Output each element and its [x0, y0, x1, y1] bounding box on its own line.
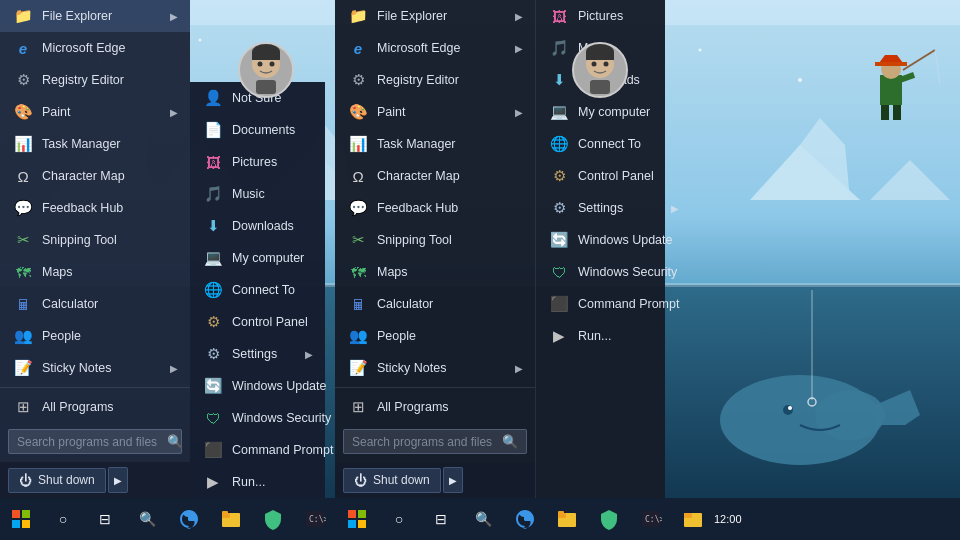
menu-item[interactable]: ✂ Snipping Tool	[0, 224, 190, 256]
task-label: Task Manager	[42, 137, 121, 151]
menu-item[interactable]: 🖼 Pictures	[536, 0, 691, 32]
menu-item[interactable]: 🖩 Calculator	[335, 288, 535, 320]
svg-point-17	[798, 78, 802, 82]
svg-point-23	[783, 405, 793, 415]
search-taskbar-button[interactable]: 🔍	[126, 498, 168, 540]
svg-rect-74	[684, 513, 692, 518]
menu-item[interactable]: ⚙ Settings ▶	[536, 192, 691, 224]
search-input-left[interactable]	[17, 435, 167, 449]
menu-item[interactable]: ▶ Run...	[190, 466, 325, 498]
menu-item[interactable]: 🛡 Windows Security	[536, 256, 691, 288]
svg-rect-66	[348, 520, 356, 528]
menu-item[interactable]: Ω Character Map	[0, 160, 190, 192]
cortana-button-2[interactable]: ○	[378, 498, 420, 540]
start-button-2[interactable]	[336, 498, 378, 540]
start-button[interactable]	[0, 498, 42, 540]
menu-item[interactable]: 📝 Sticky Notes ▶	[0, 352, 190, 384]
cmd-label-r: Command Prompt	[578, 297, 679, 311]
all-programs-item[interactable]: ⊞ All Programs	[0, 391, 190, 423]
separator	[335, 387, 535, 388]
run-label-r: Run...	[578, 329, 611, 343]
taskbar-cmd-icon[interactable]: C:\>	[294, 498, 336, 540]
taskbar-edge-icon-2[interactable]	[504, 498, 546, 540]
taskbar: ○ ⊟ 🔍 C:\>	[0, 498, 960, 540]
menu-item[interactable]: 🗺 Maps	[0, 256, 190, 288]
calc-icon: 🖩	[12, 293, 34, 315]
menu-item[interactable]: 📁 File Explorer ▶	[335, 0, 535, 32]
pics-label: Pictures	[232, 155, 277, 169]
desktop: Not Sure ✉ Mail 41 🖼 Photos ▶ 📁 File Exp…	[0, 0, 960, 540]
taskbar-edge-icon[interactable]	[168, 498, 210, 540]
shutdown-arrow-right[interactable]: ▶	[443, 467, 463, 493]
shutdown-label-right: Shut down	[373, 473, 430, 487]
menu-item[interactable]: 💬 Feedback Hub	[0, 192, 190, 224]
menu-item[interactable]: 🔄 Windows Update	[536, 224, 691, 256]
menu-item[interactable]: Ω Character Map	[335, 160, 535, 192]
menu-item[interactable]: ✂ Snipping Tool	[335, 224, 535, 256]
menu-item[interactable]: 🔄 Windows Update	[190, 370, 325, 402]
menu-item[interactable]: 📝 Sticky Notes ▶	[335, 352, 535, 384]
menu-item[interactable]: e Microsoft Edge ▶	[335, 32, 535, 64]
task-view-button[interactable]: ⊟	[84, 498, 126, 540]
cortana-button[interactable]: ○	[42, 498, 84, 540]
taskbar-security-icon[interactable]	[252, 498, 294, 540]
svg-rect-33	[881, 105, 889, 120]
shutdown-arrow-left[interactable]: ▶	[108, 467, 128, 493]
search-icon: 🔍	[167, 434, 183, 449]
menu-item[interactable]: ⚙ Control Panel	[190, 306, 325, 338]
notsure-icon: 👤	[202, 87, 224, 109]
task-view-button-2[interactable]: ⊟	[420, 498, 462, 540]
svg-point-47	[592, 62, 597, 67]
search-bar-left[interactable]: 🔍	[8, 429, 182, 454]
taskbar-explorer-icon-2[interactable]	[546, 498, 588, 540]
menu-item[interactable]: 🖼 Pictures	[190, 146, 325, 178]
menu-item[interactable]: 📊 Task Manager	[335, 128, 535, 160]
taskbar-explorer-icon[interactable]	[210, 498, 252, 540]
menu-item[interactable]: ⬛ Command Prompt	[190, 434, 325, 466]
menu-item[interactable]: 🗺 Maps	[335, 256, 535, 288]
search-taskbar-button-2[interactable]: 🔍	[462, 498, 504, 540]
shutdown-bar-left: ⏻ Shut down ▶	[0, 462, 190, 498]
shutdown-button-right[interactable]: ⏻ Shut down	[343, 468, 441, 493]
shutdown-button-left[interactable]: ⏻ Shut down	[8, 468, 106, 493]
menu-item[interactable]: ▶ Run...	[536, 320, 691, 352]
menu-item[interactable]: ⚙ Control Panel	[536, 160, 691, 192]
menu-item[interactable]: ⬇ Downloads	[190, 210, 325, 242]
menu-item[interactable]: 🖩 Calculator	[0, 288, 190, 320]
menu-item[interactable]: ⬛ Command Prompt	[536, 288, 691, 320]
menu-item[interactable]: ⚙ Registry Editor	[335, 64, 535, 96]
winupdate-icon-r: 🔄	[548, 229, 570, 251]
menu-item[interactable]: 💬 Feedback Hub	[335, 192, 535, 224]
taskbar-cmd-icon-2[interactable]: C:\>	[630, 498, 672, 540]
search-bar-right[interactable]: 🔍	[343, 429, 527, 454]
menu-item[interactable]: 📊 Task Manager	[0, 128, 190, 160]
registry-icon-r: ⚙	[347, 69, 369, 91]
taskbar-security-icon-2[interactable]	[588, 498, 630, 540]
computer-icon: 💻	[202, 247, 224, 269]
menu-item[interactable]: ⚙ Settings ▶	[190, 338, 325, 370]
taskbar-folder-icon[interactable]	[672, 498, 714, 540]
arrow-icon: ▶	[515, 363, 523, 374]
menu-item[interactable]: ⚙ Registry Editor	[0, 64, 190, 96]
search-input-right[interactable]	[352, 435, 502, 449]
menu-item[interactable]: e Microsoft Edge	[0, 32, 190, 64]
edge-label-r: Microsoft Edge	[377, 41, 460, 55]
avatar-left	[238, 42, 294, 101]
menu-item[interactable]: 🛡 Windows Security	[190, 402, 325, 434]
all-programs-item-r[interactable]: ⊞ All Programs	[335, 391, 535, 423]
menu-item[interactable]: 📄 Documents	[190, 114, 325, 146]
svg-rect-34	[893, 105, 901, 120]
menu-item[interactable]: 🎨 Paint ▶	[335, 96, 535, 128]
menu-item[interactable]: 💻 My computer	[190, 242, 325, 274]
menu-item[interactable]: 📁 File Explorer ▶	[0, 0, 190, 32]
arrow-icon: ▶	[515, 43, 523, 54]
menu-item[interactable]: 👥 People	[0, 320, 190, 352]
cmd-label: Command Prompt	[232, 443, 333, 457]
char-label: Character Map	[42, 169, 125, 183]
menu-item[interactable]: 🎵 Music	[190, 178, 325, 210]
menu-item[interactable]: 🌐 Connect To	[536, 128, 691, 160]
menu-item[interactable]: 🌐 Connect To	[190, 274, 325, 306]
arrow-icon: ▶	[671, 203, 679, 214]
menu-item[interactable]: 👥 People	[335, 320, 535, 352]
menu-item[interactable]: 🎨 Paint ▶	[0, 96, 190, 128]
